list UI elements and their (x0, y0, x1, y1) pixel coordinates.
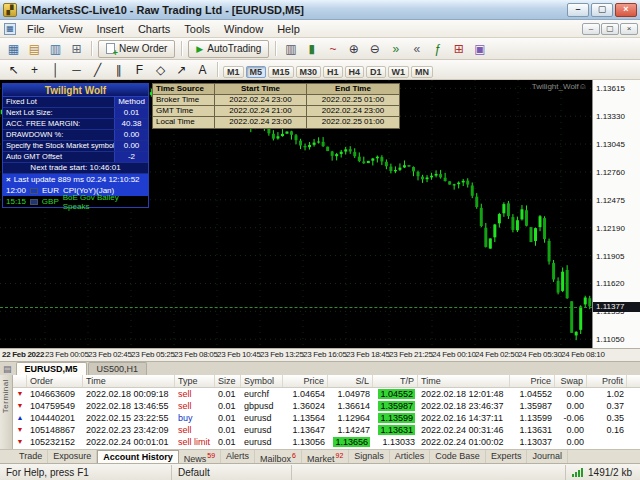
buy-arrow-icon: ▲ (13, 412, 27, 424)
toolbar-separator (275, 41, 276, 56)
time-axis-label: 23 Feb 16:05 (303, 350, 347, 359)
new-chart-icon[interactable]: ▦ (4, 40, 23, 58)
price-axis-label: 1.13615 (596, 84, 625, 93)
market-watch-icon[interactable]: ▥ (46, 40, 65, 58)
new-order-button[interactable]: New Order (98, 40, 175, 58)
timeframe-d1[interactable]: D1 (366, 66, 386, 78)
ea-next-trade: Next trade start: 10:46:01 (3, 163, 148, 174)
history-col-header[interactable]: Order (27, 375, 83, 387)
history-col-header[interactable]: Time (83, 375, 175, 387)
history-col-header[interactable]: Type (175, 375, 215, 387)
horizontal-line-icon[interactable]: ─ (67, 61, 86, 79)
history-col-header[interactable] (13, 375, 27, 387)
history-col-header[interactable]: Time (418, 375, 510, 387)
terminal-tab-account-history[interactable]: Account History (97, 450, 179, 463)
candles-chart-icon[interactable]: ▮ (302, 40, 321, 58)
menu-item-charts[interactable]: Charts (131, 22, 177, 36)
history-row[interactable]: ▼1052321522022.02.24 00:01:01sell limit0… (13, 436, 640, 448)
cursor-icon[interactable]: ↖ (4, 61, 23, 79)
autotrading-button[interactable]: ▶ AutoTrading (188, 40, 269, 58)
menu-item-file[interactable]: File (20, 22, 52, 36)
time-axis-label: 24 Feb 05:30 (518, 350, 562, 359)
history-col-header[interactable]: S/L (328, 375, 373, 387)
bars-chart-icon[interactable]: ▥ (281, 40, 300, 58)
terminal-tab-experts[interactable]: Experts (486, 450, 528, 463)
timeframe-m15[interactable]: M15 (268, 66, 294, 78)
sell-arrow-icon: ▼ (13, 424, 27, 436)
history-row[interactable]: ▼1051488672022.02.23 23:42:09sell0.01eur… (13, 424, 640, 436)
line-chart-icon[interactable]: ~ (323, 40, 342, 58)
timeframe-w1[interactable]: W1 (388, 66, 410, 78)
close-button[interactable]: × (615, 3, 637, 17)
history-col-header[interactable]: Price (510, 375, 555, 387)
crosshair-icon[interactable]: + (25, 61, 44, 79)
chart-window-icon[interactable]: ▦ (4, 23, 16, 35)
terminal-tab-exposure[interactable]: Exposure (48, 450, 97, 463)
terminal-tab-articles[interactable]: Articles (390, 450, 431, 463)
terminal-tab-trade[interactable]: Trade (14, 450, 48, 463)
closed-price-highlight: 1.04552 (378, 389, 415, 399)
menu-item-insert[interactable]: Insert (89, 22, 131, 36)
timeframe-m30[interactable]: M30 (296, 66, 322, 78)
history-row[interactable]: ▲1044402012022.02.15 23:22:55buy0.01euru… (13, 412, 640, 424)
zoom-in-icon[interactable]: ⊕ (344, 40, 363, 58)
timeframe-m5[interactable]: M5 (246, 66, 267, 78)
shapes-icon[interactable]: ◇ (151, 61, 170, 79)
menu-item-window[interactable]: Window (217, 22, 270, 36)
menu-item-view[interactable]: View (52, 22, 90, 36)
menu-item-help[interactable]: Help (270, 22, 307, 36)
ea-setting-value: -2 (114, 152, 148, 162)
timeframe-m1[interactable]: M1 (223, 66, 244, 78)
channel-icon[interactable]: ∥ (109, 61, 128, 79)
text-icon[interactable]: A (193, 61, 212, 79)
price-axis[interactable]: 1.136151.133301.130451.127601.124751.121… (592, 80, 640, 348)
time-axis[interactable]: 22 Feb 202223 Feb 00:0523 Feb 02:4523 Fe… (0, 348, 640, 361)
chart-plot[interactable]: Twilight Wolf Fixed LotMethodNext Lot Si… (0, 80, 592, 348)
maximize-button[interactable]: ▢ (591, 3, 613, 17)
terminal-tab-signals[interactable]: Signals (349, 450, 390, 463)
templates-icon[interactable]: ▣ (470, 40, 489, 58)
terminal-tab-alerts[interactable]: Alerts (221, 450, 255, 463)
navigator-icon[interactable]: ⊞ (449, 40, 468, 58)
history-col-header[interactable]: Price (283, 375, 328, 387)
chart-restore-button[interactable]: ▢ (601, 23, 619, 35)
menu-item-tools[interactable]: Tools (177, 22, 217, 36)
trendline-icon[interactable]: ╱ (88, 61, 107, 79)
timeframe-h4[interactable]: H4 (345, 66, 365, 78)
fibonacci-icon[interactable]: F (130, 61, 149, 79)
chart-minimize-button[interactable]: – (582, 23, 600, 35)
terminal-tab-market[interactable]: Market92 (302, 450, 349, 463)
history-col-header[interactable]: Size (215, 375, 241, 387)
zoom-out-icon[interactable]: ⊖ (365, 40, 384, 58)
ea-setting-row: Auto GMT Offset-2 (3, 152, 148, 163)
profiles-icon[interactable]: ▤ (25, 40, 44, 58)
history-col-header[interactable]: Swap (555, 375, 587, 387)
history-row[interactable]: ▼1047595492022.02.18 13:46:55sell0.01gbp… (13, 400, 640, 412)
ticker-close-icon[interactable]: × (6, 175, 11, 184)
chart-tab-us500-h1[interactable]: US500,H1 (88, 362, 148, 375)
chart-close-button[interactable]: × (620, 23, 638, 35)
terminal-tab-news[interactable]: News59 (179, 450, 221, 463)
chart-tab-eurusd-m5[interactable]: EURUSD,M5 (16, 362, 87, 375)
chart-shift-icon[interactable]: « (407, 40, 426, 58)
history-col-header[interactable]: T/P (373, 375, 418, 387)
chart-list-icon[interactable]: ▤ (3, 364, 12, 374)
status-profile[interactable]: Default (172, 465, 292, 480)
minimize-button[interactable]: – (567, 3, 589, 17)
terminal-tab-mailbox[interactable]: Mailbox6 (255, 450, 302, 463)
news-item[interactable]: 15:15GBPBoE Gov Bailey Speaks (3, 196, 148, 207)
autoscroll-icon[interactable]: » (386, 40, 405, 58)
history-col-header[interactable]: Symbol (241, 375, 283, 387)
timeframe-mn[interactable]: MN (411, 66, 433, 78)
terminal-tab-code-base[interactable]: Code Base (430, 450, 486, 463)
history-row[interactable]: ▼1046636092022.02.18 00:09:18sell0.01eur… (13, 388, 640, 400)
indicators-icon[interactable]: ƒ (428, 40, 447, 58)
vertical-line-icon[interactable]: │ (46, 61, 65, 79)
time-axis-label: 23 Feb 18:45 (346, 350, 390, 359)
timeframe-h1[interactable]: H1 (323, 66, 343, 78)
arrows-icon[interactable]: ↗ (172, 61, 191, 79)
history-col-header[interactable]: Profit (587, 375, 627, 387)
terminal-tab-journal[interactable]: Journal (527, 450, 568, 463)
tab-badge: 6 (292, 452, 296, 459)
data-window-icon[interactable]: ⊞ (67, 40, 86, 58)
